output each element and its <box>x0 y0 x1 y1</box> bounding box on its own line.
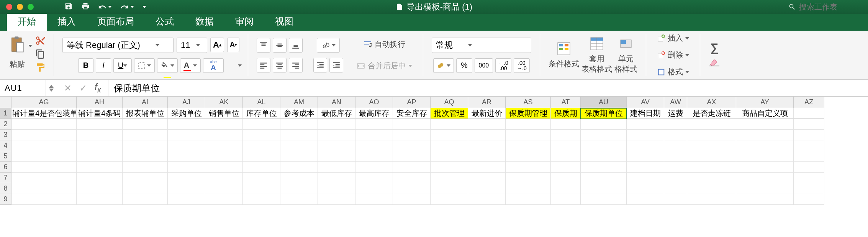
cell[interactable] <box>318 194 355 205</box>
select-all-corner[interactable] <box>0 97 11 108</box>
tab-insert[interactable]: 插入 <box>47 12 87 31</box>
close-window[interactable] <box>6 4 12 10</box>
cell[interactable] <box>581 151 627 162</box>
increase-decimal-icon[interactable]: ←.0.00 <box>495 58 511 73</box>
cell[interactable] <box>205 140 243 151</box>
cell[interactable] <box>205 194 243 205</box>
cell[interactable] <box>736 140 794 151</box>
cell[interactable] <box>11 130 77 140</box>
name-box[interactable]: AU1 <box>0 80 46 96</box>
cell[interactable] <box>468 173 506 183</box>
cell[interactable]: 保质期管理 <box>506 108 551 119</box>
cell[interactable] <box>506 194 551 205</box>
cell[interactable]: 保质期 <box>551 108 581 119</box>
align-middle-icon[interactable] <box>273 38 287 53</box>
decrease-decimal-icon[interactable]: .00→.0 <box>514 58 530 73</box>
cell[interactable] <box>468 140 506 151</box>
cell[interactable] <box>664 130 687 140</box>
cell[interactable]: 批次管理 <box>431 108 468 119</box>
search-box[interactable] <box>788 3 868 12</box>
column-header[interactable]: AN <box>318 97 355 108</box>
cell[interactable] <box>11 119 77 130</box>
cell[interactable]: 最低库存 <box>318 108 355 119</box>
cell[interactable] <box>205 173 243 183</box>
print-icon[interactable] <box>81 2 90 12</box>
cell[interactable] <box>551 194 581 205</box>
cell[interactable] <box>168 162 205 173</box>
cell[interactable]: 运费 <box>664 108 687 119</box>
cell[interactable] <box>355 119 393 130</box>
wrap-text-button[interactable]: 自动换行 <box>361 37 408 52</box>
cell[interactable] <box>468 130 506 140</box>
cell[interactable] <box>506 151 551 162</box>
cell[interactable] <box>243 130 280 140</box>
cell[interactable] <box>77 140 123 151</box>
cell[interactable] <box>280 194 318 205</box>
align-center-icon[interactable] <box>273 58 287 72</box>
cell[interactable] <box>123 173 168 183</box>
cell[interactable] <box>355 140 393 151</box>
cell[interactable] <box>431 151 468 162</box>
cell[interactable]: 商品自定义项 <box>736 108 794 119</box>
tab-data[interactable]: 数据 <box>185 12 224 31</box>
cell[interactable] <box>506 162 551 173</box>
cell[interactable] <box>664 119 687 130</box>
cell[interactable] <box>318 140 355 151</box>
cell[interactable] <box>11 194 77 205</box>
cell[interactable] <box>123 119 168 130</box>
increase-font-icon[interactable]: A▴ <box>210 38 224 52</box>
cell[interactable] <box>794 108 824 119</box>
cell[interactable] <box>168 183 205 194</box>
cell[interactable] <box>280 140 318 151</box>
cell[interactable] <box>431 162 468 173</box>
bold-button[interactable]: B <box>78 58 93 73</box>
cut-icon[interactable] <box>35 36 45 48</box>
save-icon[interactable] <box>64 2 73 12</box>
row-header[interactable]: 5 <box>0 151 11 162</box>
column-header[interactable]: AX <box>687 97 736 108</box>
cell[interactable] <box>11 151 77 162</box>
search-input[interactable] <box>799 3 860 12</box>
cell[interactable] <box>168 173 205 183</box>
fx-icon[interactable]: fx <box>95 82 101 94</box>
cell[interactable]: 辅计量4条码 <box>77 108 123 119</box>
cell[interactable] <box>736 119 794 130</box>
cell[interactable] <box>280 162 318 173</box>
italic-button[interactable]: I <box>96 58 111 73</box>
cell[interactable] <box>355 173 393 183</box>
cell[interactable] <box>123 130 168 140</box>
cell[interactable] <box>581 140 627 151</box>
cell[interactable] <box>581 162 627 173</box>
cell[interactable] <box>355 130 393 140</box>
cell[interactable] <box>77 183 123 194</box>
column-header[interactable]: AU <box>581 97 627 108</box>
comma-button[interactable]: 000 <box>475 58 493 73</box>
minimize-window[interactable] <box>17 4 23 10</box>
tab-view[interactable]: 视图 <box>264 12 304 31</box>
cell[interactable] <box>393 173 431 183</box>
cell[interactable] <box>794 173 824 183</box>
underline-button[interactable]: U <box>113 58 132 73</box>
row-header[interactable]: 3 <box>0 130 11 140</box>
row-header[interactable]: 8 <box>0 183 11 194</box>
format-painter-icon[interactable] <box>35 63 45 74</box>
column-header[interactable]: AW <box>664 97 687 108</box>
cell[interactable] <box>123 183 168 194</box>
cell[interactable] <box>243 183 280 194</box>
copy-icon[interactable] <box>35 49 45 61</box>
cell[interactable] <box>506 130 551 140</box>
font-name-select[interactable]: 等线 Regular (正文) <box>62 38 174 53</box>
column-header[interactable]: AS <box>506 97 551 108</box>
cell[interactable] <box>280 183 318 194</box>
cell[interactable] <box>506 119 551 130</box>
column-header[interactable]: AZ <box>794 97 824 108</box>
cell[interactable] <box>11 183 77 194</box>
undo-button[interactable] <box>98 3 112 11</box>
cell[interactable] <box>393 194 431 205</box>
cell[interactable] <box>794 151 824 162</box>
cell[interactable] <box>431 119 468 130</box>
maximize-window[interactable] <box>28 4 34 10</box>
conditional-format-button[interactable]: 条件格式 <box>549 41 579 69</box>
cell[interactable] <box>664 151 687 162</box>
cell[interactable] <box>205 119 243 130</box>
